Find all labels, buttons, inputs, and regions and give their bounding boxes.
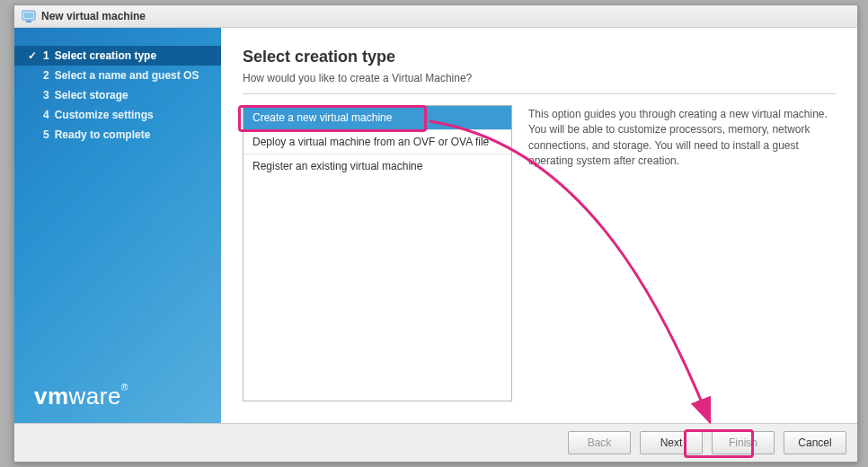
main-panel: Select creation type How would you like … (221, 28, 857, 423)
option-description: This option guides you through creating … (528, 105, 836, 414)
svg-rect-1 (24, 13, 33, 18)
logo-reg: ® (121, 383, 128, 392)
step-customize-settings[interactable]: 4 Customize settings (14, 105, 221, 125)
wizard-steps: ✓ 1 Select creation type 2 Select a name… (14, 46, 221, 145)
next-button[interactable]: Next (640, 431, 703, 454)
option-create-new-vm[interactable]: Create a new virtual machine (244, 106, 511, 130)
window-title: New virtual machine (41, 10, 146, 22)
step-num: 5 (43, 128, 49, 141)
step-label: Ready to complete (55, 128, 151, 141)
step-num: 1 (43, 49, 49, 62)
option-deploy-ovf-ova[interactable]: Deploy a virtual machine from an OVF or … (244, 130, 511, 154)
logo-vm: vm (34, 383, 69, 410)
logo-ware: ware (69, 383, 121, 410)
step-label: Select a name and guest OS (55, 69, 199, 82)
finish-button[interactable]: Finish (712, 431, 775, 454)
creation-option-list[interactable]: Create a new virtual machine Deploy a vi… (243, 105, 512, 401)
option-register-existing[interactable]: Register an existing virtual machine (244, 154, 511, 178)
step-num: 4 (43, 109, 49, 121)
divider (243, 93, 836, 94)
option-label: Deploy a virtual machine from an OVF or … (252, 136, 489, 148)
step-select-name-os[interactable]: 2 Select a name and guest OS (14, 66, 221, 85)
check-icon: ✓ (27, 49, 38, 62)
step-select-creation-type[interactable]: ✓ 1 Select creation type (14, 46, 221, 66)
option-label: Register an existing virtual machine (252, 160, 422, 172)
new-vm-dialog: New virtual machine ✓ 1 Select creation … (13, 4, 858, 463)
page-title: Select creation type (243, 48, 836, 66)
step-select-storage[interactable]: 3 Select storage (14, 85, 221, 105)
content-row: Create a new virtual machine Deploy a vi… (243, 105, 836, 414)
step-num: 3 (43, 89, 49, 101)
dialog-body: ✓ 1 Select creation type 2 Select a name… (14, 28, 857, 423)
dialog-footer: Back Next Finish Cancel (14, 423, 857, 462)
step-label: Customize settings (55, 109, 154, 121)
svg-rect-2 (26, 21, 31, 22)
back-button[interactable]: Back (568, 431, 631, 454)
page-subtitle: How would you like to create a Virtual M… (243, 72, 836, 84)
vmware-logo: vmware® (34, 383, 128, 410)
titlebar[interactable]: New virtual machine (14, 5, 857, 28)
step-label: Select storage (55, 89, 128, 101)
step-label: Select creation type (55, 49, 156, 62)
wizard-sidebar: ✓ 1 Select creation type 2 Select a name… (14, 28, 221, 423)
option-label: Create a new virtual machine (252, 111, 392, 124)
step-ready-complete[interactable]: 5 Ready to complete (14, 125, 221, 145)
cancel-button[interactable]: Cancel (784, 431, 846, 454)
step-num: 2 (43, 69, 49, 82)
vm-icon (22, 9, 36, 23)
